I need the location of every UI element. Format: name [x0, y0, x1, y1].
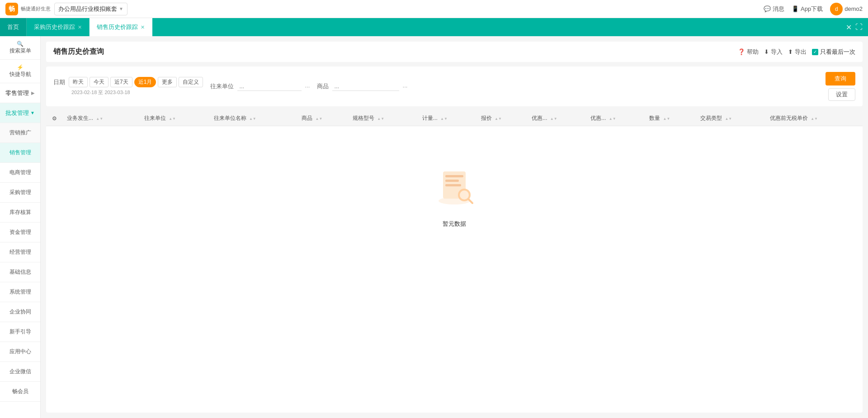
app-selector-label: 办公用品行业模拟账套: [58, 5, 117, 13]
export-icon: ⬆: [788, 48, 793, 55]
col-trade-type[interactable]: 交易类型 ▲▼: [696, 111, 765, 126]
col-quote[interactable]: 报价 ▲▼: [476, 111, 528, 126]
sidebar-item-retail[interactable]: 零售管理 ▶: [0, 83, 40, 103]
col-pre-tax-price-label: 优惠前无税单价: [770, 115, 808, 121]
sidebar-item-quick-nav[interactable]: ⚡ 快捷导航: [0, 60, 40, 83]
sidebar-item-wholesale[interactable]: 批发管理 ▼: [0, 103, 40, 123]
logo-area: 畅 畅捷通好生意: [5, 3, 51, 15]
tab-bar-actions: ✕ ⛶: [846, 23, 868, 32]
svg-point-6: [460, 190, 469, 200]
import-icon: ⬇: [764, 48, 769, 55]
sidebar-item-corp-wechat-label: 企业微信: [9, 368, 31, 375]
query-button[interactable]: 查询: [826, 72, 855, 86]
import-label: 导入: [771, 48, 783, 56]
col-goods[interactable]: 商品 ▲▼: [297, 111, 348, 126]
sidebar-item-newbie[interactable]: 新手引导: [0, 322, 40, 342]
tab-sales-history-close[interactable]: ✕: [141, 24, 145, 30]
sidebar-item-vip-label: 畅会员: [12, 388, 28, 395]
top-bar: 畅 畅捷通好生意 办公用品行业模拟账套 ▼ 💬 消息 📱 App下载 d dem…: [0, 0, 868, 18]
message-label: 消息: [773, 5, 784, 13]
sidebar-item-retail-label: 零售管理: [5, 89, 29, 97]
date-today-btn[interactable]: 今天: [90, 77, 108, 87]
data-table: ⚙ 业务发生... ▲▼ 往来单位 ▲▼ 往来单位名称 ▲▼: [46, 111, 863, 126]
sidebar-item-app-center[interactable]: 应用中心: [0, 342, 40, 362]
table-header-row: ⚙ 业务发生... ▲▼ 往来单位 ▲▼ 往来单位名称 ▲▼: [46, 111, 863, 126]
sidebar-item-inventory[interactable]: 库存核算: [0, 203, 40, 223]
last-only-checkbox[interactable]: ✓: [812, 49, 818, 55]
sidebar-item-vip[interactable]: 畅会员: [0, 382, 40, 402]
tab-maximize-button[interactable]: ⛶: [855, 23, 863, 31]
message-button[interactable]: 💬 消息: [764, 5, 784, 13]
col-quote-label: 报价: [481, 115, 492, 121]
goods-input[interactable]: [332, 82, 399, 91]
tab-bar: 首页 采购历史价跟踪 ✕ 销售历史价跟踪 ✕ ✕ ⛶: [0, 18, 868, 36]
date-more-btn[interactable]: 更多: [158, 77, 177, 87]
col-quantity[interactable]: 数量 ▲▼: [645, 111, 696, 126]
col-counterparty[interactable]: 往来单位 ▲▼: [140, 111, 209, 126]
message-icon: 💬: [764, 5, 771, 12]
sort-icon: ▲▼: [169, 117, 176, 121]
page-header: 销售历史价查询 ❓ 帮助 ⬇ 导入 ⬆ 导出 ✓ 只看最后一次: [46, 42, 863, 62]
col-discount2[interactable]: 优惠... ▲▼: [586, 111, 645, 126]
col-unit-label: 计量...: [422, 115, 438, 121]
counterparty-dots: ···: [305, 83, 310, 90]
col-biz-date[interactable]: 业务发生... ▲▼: [62, 111, 140, 126]
col-counterparty-name[interactable]: 往来单位名称 ▲▼: [209, 111, 297, 126]
app-selector[interactable]: 办公用品行业模拟账套 ▼: [54, 3, 127, 15]
app-download-button[interactable]: 📱 App下载: [792, 5, 823, 13]
col-settings[interactable]: ⚙: [46, 111, 62, 126]
date-last1m-btn[interactable]: 近1月: [134, 77, 156, 87]
import-button[interactable]: ⬇ 导入: [764, 48, 783, 56]
user-profile[interactable]: d demo2: [830, 3, 863, 15]
date-yesterday-btn[interactable]: 昨天: [69, 77, 88, 87]
sidebar-item-enterprise[interactable]: 企业协同: [0, 302, 40, 322]
date-custom-btn[interactable]: 自定义: [179, 77, 203, 87]
counterparty-label: 往来单位: [210, 82, 234, 90]
col-spec[interactable]: 规格型号 ▲▼: [348, 111, 418, 126]
content-area: 销售历史价查询 ❓ 帮助 ⬇ 导入 ⬆ 导出 ✓ 只看最后一次: [41, 36, 868, 418]
sort-icon: ▲▼: [495, 117, 502, 121]
main-container: 🔍 搜索菜单 ⚡ 快捷导航 零售管理 ▶ 批发管理 ▼ 营销推广 销售管理 电商…: [0, 36, 868, 418]
sidebar-item-sales-mgmt[interactable]: 销售管理: [0, 143, 40, 163]
col-quantity-label: 数量: [649, 115, 660, 121]
date-buttons: 昨天 今天 近7天 近1月 更多 自定义: [69, 77, 203, 87]
sidebar-item-marketing[interactable]: 营销推广: [0, 123, 40, 143]
tab-sales-history[interactable]: 销售历史价跟踪 ✕: [90, 18, 152, 36]
sort-icon: ▲▼: [550, 117, 557, 121]
sidebar-item-enterprise-label: 企业协同: [9, 308, 31, 316]
sidebar-item-basic-info[interactable]: 基础信息: [0, 262, 40, 282]
sidebar-item-wholesale-label: 批发管理: [5, 109, 29, 117]
help-button[interactable]: ❓ 帮助: [738, 48, 759, 56]
goods-label: 商品: [317, 82, 329, 90]
tab-purchase-history[interactable]: 采购历史价跟踪 ✕: [27, 18, 90, 36]
sort-icon: ▲▼: [96, 117, 103, 121]
sidebar-item-purchase-label: 采购管理: [9, 189, 31, 196]
last-only-checkbox-label[interactable]: ✓ 只看最后一次: [812, 48, 855, 56]
sidebar-item-sales-mgmt-label: 销售管理: [9, 149, 31, 157]
tab-close-all-button[interactable]: ✕: [846, 23, 852, 32]
sort-icon: ▲▼: [609, 117, 616, 121]
counterparty-input[interactable]: [237, 82, 301, 91]
settings-button[interactable]: 设置: [828, 88, 855, 101]
tab-home[interactable]: 首页: [0, 18, 27, 36]
sidebar-item-search[interactable]: 🔍 搜索菜单: [0, 36, 40, 60]
sidebar-item-ecommerce[interactable]: 电商管理: [0, 163, 40, 183]
col-discount1[interactable]: 优惠... ▲▼: [527, 111, 586, 126]
export-button[interactable]: ⬆ 导出: [788, 48, 807, 56]
tab-purchase-history-label: 采购历史价跟踪: [34, 23, 75, 31]
date-last7-btn[interactable]: 近7天: [110, 77, 132, 87]
sidebar-item-operations[interactable]: 经营管理: [0, 242, 40, 262]
sidebar-item-marketing-label: 营销推广: [9, 129, 31, 137]
col-pre-tax-price[interactable]: 优惠前无税单价 ▲▼: [765, 111, 863, 126]
gear-icon[interactable]: ⚙: [52, 115, 57, 122]
tab-purchase-history-close[interactable]: ✕: [78, 24, 82, 30]
col-unit[interactable]: 计量... ▲▼: [418, 111, 476, 126]
sort-icon: ▲▼: [377, 117, 384, 121]
sidebar-item-system[interactable]: 系统管理: [0, 282, 40, 302]
sidebar-item-corp-wechat[interactable]: 企业微信: [0, 362, 40, 382]
svg-line-7: [469, 200, 472, 203]
col-spec-label: 规格型号: [353, 115, 374, 121]
page-actions: ❓ 帮助 ⬇ 导入 ⬆ 导出 ✓ 只看最后一次: [738, 48, 855, 56]
sidebar-item-finance[interactable]: 资金管理: [0, 223, 40, 242]
sidebar-item-purchase[interactable]: 采购管理: [0, 183, 40, 203]
